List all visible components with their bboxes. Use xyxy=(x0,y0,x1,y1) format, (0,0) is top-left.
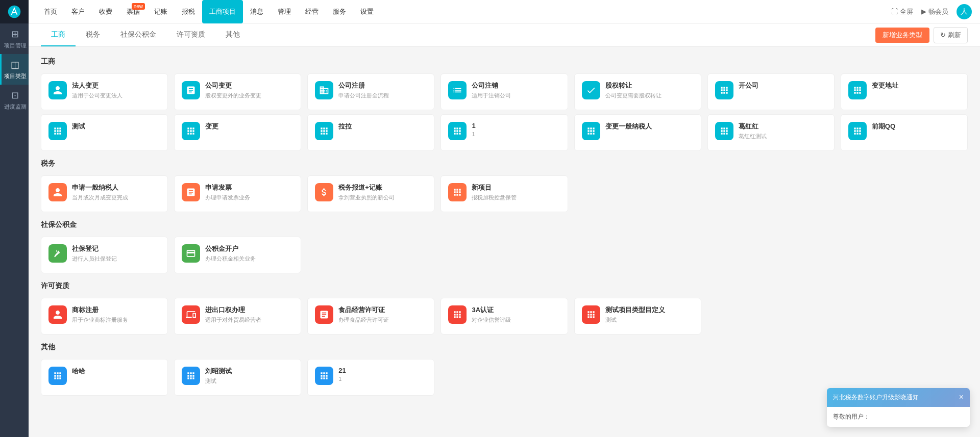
notification-body: 尊敬的用户： xyxy=(827,407,970,427)
card-equity-transfer[interactable]: 股权转让 公司变更需要股权转让 xyxy=(574,73,701,110)
card-open-company[interactable]: 开公司 xyxy=(707,73,835,110)
member-btn[interactable]: ▶ 畅会员 xyxy=(921,7,948,16)
card-name: 进出口权办理 xyxy=(205,305,293,315)
card-lala[interactable]: 拉拉 xyxy=(307,114,434,151)
sidebar-item-label: 项目类型 xyxy=(4,72,27,80)
card-icon-change xyxy=(182,122,200,140)
nav-collection[interactable]: 收费 xyxy=(92,0,119,23)
nav-industry[interactable]: 工商项目 xyxy=(202,0,243,23)
card-icon-apply-invoice xyxy=(182,183,200,201)
card-apply-invoice[interactable]: 申请发票 办理申请发票业务 xyxy=(174,175,301,212)
card-apply-general-tax[interactable]: 申请一般纳税人 当月或次月成变更完成 xyxy=(41,175,168,212)
card-desc: 当月或次月成变更完成 xyxy=(72,194,160,201)
tab-license[interactable]: 许可资质 xyxy=(166,23,215,46)
progress-monitor-icon: ⊡ xyxy=(11,90,19,101)
card-prev-qq[interactable]: 前期QQ xyxy=(841,114,968,151)
card-content-gehonghong: 葛红红 葛红红测试 xyxy=(739,122,827,140)
card-icon-trademark xyxy=(48,305,67,324)
card-content-twenty-one: 21 1 xyxy=(338,367,427,382)
card-legal-change[interactable]: 法人变更 适用于公司变更法人 xyxy=(41,73,168,110)
card-desc: 申请公司注册全流程 xyxy=(338,92,427,99)
card-content-apply-general-tax: 申请一般纳税人 当月或次月成变更完成 xyxy=(72,183,160,201)
card-icon-liushao-test xyxy=(182,367,200,385)
sidebar-logo[interactable] xyxy=(0,0,29,23)
card-icon-test-type-def xyxy=(582,305,600,324)
card-name: 21 xyxy=(338,367,427,374)
card-content-change-tax: 变更一般纳税人 xyxy=(605,122,694,133)
card-name: 股权转让 xyxy=(605,81,694,90)
nav-tax[interactable]: 报税 xyxy=(175,0,202,23)
card-content-social-register: 社保登记 进行人员社保登记 xyxy=(72,244,160,263)
card-haha[interactable]: 哈哈 xyxy=(41,359,168,396)
card-liushao-test[interactable]: 刘昭测试 测试 xyxy=(174,359,301,396)
card-fund-account[interactable]: 公积金开户 办理公积金相关业务 xyxy=(174,237,301,273)
nav-ticket[interactable]: 票据 new xyxy=(119,0,147,23)
card-name: 公积金开户 xyxy=(205,244,293,253)
card-company-register[interactable]: 公司注册 申请公司注册全流程 xyxy=(307,73,434,110)
fullscreen-btn[interactable]: ⛶ 全屏 xyxy=(891,7,913,16)
tab-social-fund[interactable]: 社保公积金 xyxy=(110,23,166,46)
sidebar: ⊞ 项目管理 ◫ 项目类型 ⊡ 进度监测 xyxy=(0,0,29,437)
card-content-fund-account: 公积金开户 办理公积金相关业务 xyxy=(205,244,293,263)
card-desc: 办理公积金相关业务 xyxy=(205,255,293,263)
card-gehonghong[interactable]: 葛红红 葛红红测试 xyxy=(707,114,835,151)
tab-tax[interactable]: 税务 xyxy=(76,23,110,46)
card-icon-legal-change xyxy=(48,81,67,99)
card-icon-company-cancel xyxy=(448,81,467,99)
card-name: 新项目 xyxy=(472,183,560,192)
tab-industry[interactable]: 工商 xyxy=(41,23,76,46)
card-change-address[interactable]: 变更地址 xyxy=(841,73,968,110)
card-icon-change-tax xyxy=(582,122,600,140)
card-test-type-def[interactable]: 测试项目类型目定义 测试 xyxy=(574,298,701,335)
card-change[interactable]: 变更 xyxy=(174,114,301,151)
card-company-change[interactable]: 公司变更 股权变更外的业务变更 xyxy=(174,73,301,110)
card-icon-open-company xyxy=(715,81,733,99)
top-nav-right: ⛶ 全屏 ▶ 畅会员 人 xyxy=(891,4,972,19)
card-company-cancel[interactable]: 公司注销 适用于注销公司 xyxy=(440,73,568,110)
card-name: 税务报道+记账 xyxy=(338,183,427,192)
nav-home[interactable]: 首页 xyxy=(37,0,64,23)
tab-other[interactable]: 其他 xyxy=(215,23,250,46)
card-desc: 1 xyxy=(338,376,427,382)
section-title-social-fund: 社保公积金 xyxy=(41,220,968,229)
card-food-license[interactable]: 食品经营许可证 办理食品经营许可证 xyxy=(307,298,434,335)
refresh-button[interactable]: ↻ 刷新 xyxy=(934,27,968,43)
user-avatar[interactable]: 人 xyxy=(957,4,972,19)
card-social-register[interactable]: 社保登记 进行人员社保登记 xyxy=(41,237,168,273)
sidebar-item-project-mgmt[interactable]: ⊞ 项目管理 xyxy=(0,23,29,54)
nav-settings[interactable]: 设置 xyxy=(353,0,381,23)
nav-service[interactable]: 服务 xyxy=(326,0,353,23)
license-cards: 商标注册 用于企业商标注册服务 进出口权办理 适用于对外贸易经营者 食品经营 xyxy=(41,298,968,335)
notification-close-button[interactable]: × xyxy=(959,393,964,401)
card-3a-cert[interactable]: 3A认证 对企业信誉评级 xyxy=(440,298,568,335)
card-content-open-company: 开公司 xyxy=(739,81,827,92)
card-one[interactable]: 1 1 xyxy=(440,114,568,151)
sub-header: 工商 税务 社保公积金 许可资质 其他 新增业务类型 ↻ 刷新 xyxy=(29,23,980,47)
add-type-button[interactable]: 新增业务类型 xyxy=(875,28,929,43)
nav-accounting[interactable]: 记账 xyxy=(147,0,175,23)
card-content-company-change: 公司变更 股权变更外的业务变更 xyxy=(205,81,293,99)
card-name: 哈哈 xyxy=(72,367,160,376)
card-name: 葛红红 xyxy=(739,122,827,131)
card-icon-fund-account xyxy=(182,244,200,263)
card-test[interactable]: 测试 xyxy=(41,114,168,151)
sidebar-item-progress-monitor[interactable]: ⊡ 进度监测 xyxy=(0,85,29,115)
card-tax-report-accounting[interactable]: 税务报道+记账 拿到营业执照的新公司 xyxy=(307,175,434,212)
card-change-tax[interactable]: 变更一般纳税人 xyxy=(574,114,701,151)
card-new-project[interactable]: 新项目 报税加税控盘保管 xyxy=(440,175,568,212)
card-icon-test xyxy=(48,122,67,140)
section-title-industry: 工商 xyxy=(41,57,968,66)
card-twenty-one[interactable]: 21 1 xyxy=(307,359,434,396)
nav-operate[interactable]: 经营 xyxy=(298,0,326,23)
card-content-prev-qq: 前期QQ xyxy=(872,122,960,133)
nav-manage[interactable]: 管理 xyxy=(271,0,298,23)
card-desc: 公司变更需要股权转让 xyxy=(605,92,694,99)
card-import-export[interactable]: 进出口权办理 适用于对外贸易经营者 xyxy=(174,298,301,335)
notification-header: 河北税务数字账户升级影晓通知 × xyxy=(827,388,970,407)
nav-customer[interactable]: 客户 xyxy=(64,0,92,23)
nav-message[interactable]: 消息 xyxy=(243,0,271,23)
card-content-legal-change: 法人变更 适用于公司变更法人 xyxy=(72,81,160,99)
card-trademark[interactable]: 商标注册 用于企业商标注册服务 xyxy=(41,298,168,335)
sidebar-item-project-type[interactable]: ◫ 项目类型 xyxy=(0,54,29,85)
card-icon-food-license xyxy=(315,305,333,324)
